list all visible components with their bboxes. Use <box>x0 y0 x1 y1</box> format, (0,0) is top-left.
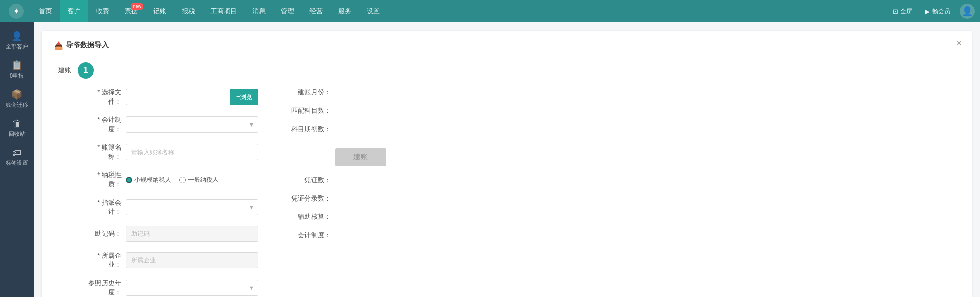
zero-declare-icon: 📋 <box>11 61 22 70</box>
main-content: 📥 导爷数据导入 × 建账 1 <box>34 22 980 297</box>
memo-input[interactable] <box>126 226 258 242</box>
tax-general-radio[interactable]: 一般纳税人 <box>179 176 219 184</box>
assist-label: 辅助核算： <box>289 212 335 221</box>
company-input[interactable] <box>126 252 258 268</box>
month-label: 建账月份： <box>289 88 335 97</box>
dialog-title: 导爷数据导入 <box>66 41 109 50</box>
sidebar-item-tag-settings[interactable]: 🏷 标签设置 <box>0 144 34 171</box>
right-form: 建账月份： 匹配科目数： 科目期初数： <box>289 62 432 297</box>
voucher-records-label: 凭证分录数： <box>289 194 335 203</box>
accounting-select-wrap: ▼ <box>126 116 258 133</box>
top-nav: ✦ 首页 客户 收费 票据 new 记账 报税 工商项目 消息 管理 <box>0 0 980 22</box>
browse-button[interactable]: +浏览 <box>230 89 258 105</box>
file-input-group: +浏览 <box>126 89 258 105</box>
import-dialog: 📥 导爷数据导入 × 建账 1 <box>42 31 972 297</box>
nav-item-manage[interactable]: 管理 <box>274 0 301 22</box>
file-row: * 选择文件： +浏览 <box>85 88 258 106</box>
tag-settings-icon: 🏷 <box>12 148 21 157</box>
ledger-row: * 账簿名称： <box>85 143 258 161</box>
sidebar-item-all-customers[interactable]: 👤 全部客户 <box>0 28 34 55</box>
voucher-label: 凭证数： <box>289 176 335 185</box>
ledger-label: * 账簿名称： <box>85 143 126 161</box>
init-row: 科目期初数： <box>289 125 432 134</box>
step-prefix-label: 建账 <box>58 66 71 75</box>
history-select-wrap: ▼ <box>126 280 258 296</box>
step-badge: 建账 1 <box>58 62 258 79</box>
avatar[interactable]: 👤 <box>960 4 975 19</box>
vip-button[interactable]: ▶ 畅会员 <box>922 6 953 17</box>
accounting-row: * 会计制度： ▼ <box>85 115 258 134</box>
match-row: 匹配科目数： <box>289 106 432 115</box>
match-label: 匹配科目数： <box>289 106 335 115</box>
accounting-system-row: 会计制度： <box>289 231 432 240</box>
tax-label: * 纳税性质： <box>85 170 126 189</box>
memo-row: 助记码： <box>85 226 258 242</box>
dialog-header: 📥 导爷数据导入 <box>54 41 960 50</box>
assign-label: * 指派会计： <box>85 198 126 216</box>
history-label: 参照历史年度： <box>85 279 126 297</box>
nav-item-message[interactable]: 消息 <box>245 0 273 22</box>
import-icon: 📥 <box>54 41 63 50</box>
assign-row: * 指派会计： ▼ <box>85 198 258 216</box>
nav-item-bookkeeping[interactable]: 记账 <box>146 0 174 22</box>
nav-item-service[interactable]: 服务 <box>331 0 358 22</box>
nav-item-home[interactable]: 首页 <box>32 0 59 22</box>
accounting-system-label: 会计制度： <box>289 231 335 240</box>
sidebar: 👤 全部客户 📋 0申报 📦 账套迁移 🗑 回收站 🏷 标签设置 <box>0 22 34 297</box>
memo-label: 助记码： <box>85 229 126 238</box>
recycle-icon: 🗑 <box>12 119 21 128</box>
tax-general-input[interactable] <box>179 177 186 183</box>
month-row: 建账月份： <box>289 88 432 97</box>
assign-select[interactable] <box>126 199 258 215</box>
nav-item-fee[interactable]: 收费 <box>89 0 116 22</box>
account-migrate-icon: 📦 <box>11 90 22 99</box>
history-row: 参照历史年度： ▼ <box>85 279 258 297</box>
nav-item-customer[interactable]: 客户 <box>60 0 88 22</box>
ticket-badge: new <box>131 3 143 10</box>
accounting-select[interactable] <box>126 116 258 133</box>
sidebar-item-account-migrate[interactable]: 📦 账套迁移 <box>0 86 34 113</box>
assist-row: 辅助核算： <box>289 212 432 221</box>
tax-small-radio[interactable]: 小规模纳税人 <box>126 176 171 184</box>
nav-items: 首页 客户 收费 票据 new 记账 报税 工商项目 消息 管理 经营 <box>32 0 890 22</box>
accounting-label: * 会计制度： <box>85 115 126 134</box>
logo[interactable]: ✦ <box>5 0 28 22</box>
layout: 👤 全部客户 📋 0申报 📦 账套迁移 🗑 回收站 🏷 标签设置 📥 导爷数据导… <box>0 22 980 297</box>
file-input[interactable] <box>126 89 230 105</box>
history-select[interactable] <box>126 280 258 296</box>
file-label: * 选择文件： <box>85 88 126 106</box>
company-row: * 所属企业： <box>85 251 258 269</box>
sidebar-item-zero-declare[interactable]: 📋 0申报 <box>0 57 34 84</box>
nav-item-ticket[interactable]: 票据 new <box>117 0 145 22</box>
close-button[interactable]: × <box>956 39 962 48</box>
logo-icon: ✦ <box>9 4 24 19</box>
left-form: 建账 1 * 选择文件： +浏览 <box>85 62 258 297</box>
nav-item-tax[interactable]: 报税 <box>175 0 202 22</box>
fullscreen-button[interactable]: ⊡ 全屏 <box>890 6 916 17</box>
init-label: 科目期初数： <box>289 125 335 134</box>
company-label: * 所属企业： <box>85 251 126 269</box>
nav-item-settings[interactable]: 设置 <box>360 0 387 22</box>
tax-small-input[interactable] <box>126 177 132 183</box>
tax-radio-group: 小规模纳税人 一般纳税人 <box>126 171 258 188</box>
sidebar-item-recycle[interactable]: 🗑 回收站 <box>0 115 34 142</box>
nav-item-business[interactable]: 工商项目 <box>203 0 244 22</box>
tax-row: * 纳税性质： 小规模纳税人 一般纳税人 <box>85 170 258 189</box>
nav-item-operation[interactable]: 经营 <box>302 0 330 22</box>
voucher-records-row: 凭证分录数： <box>289 194 432 203</box>
assign-select-wrap: ▼ <box>126 199 258 215</box>
ledger-input[interactable] <box>126 144 258 160</box>
form-area: 建账 1 * 选择文件： +浏览 <box>85 62 960 297</box>
voucher-row: 凭证数： <box>289 176 432 185</box>
build-button[interactable]: 建账 <box>335 148 386 166</box>
nav-right: ⊡ 全屏 ▶ 畅会员 👤 <box>890 4 975 19</box>
step-circle: 1 <box>78 62 94 79</box>
all-customers-icon: 👤 <box>11 32 22 41</box>
